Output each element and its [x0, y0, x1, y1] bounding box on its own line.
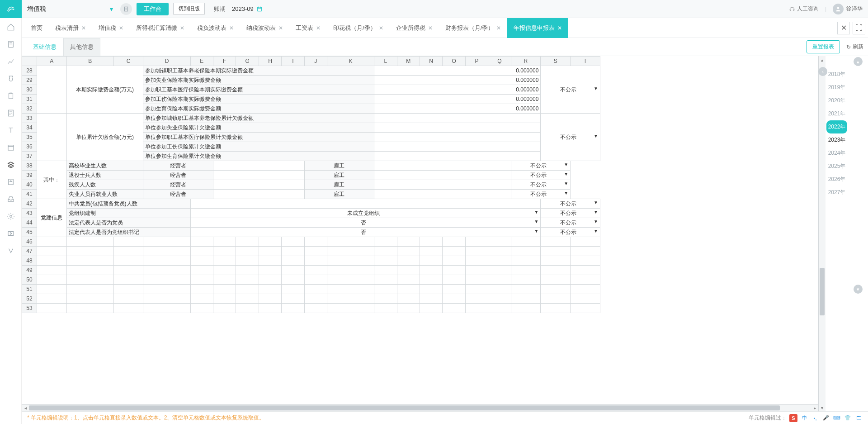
- cell[interactable]: [37, 304, 66, 313]
- cell[interactable]: [143, 294, 190, 304]
- row-header[interactable]: 49: [22, 266, 37, 275]
- row-header[interactable]: 34: [22, 123, 37, 133]
- cell[interactable]: [397, 275, 420, 285]
- cell[interactable]: 参加职工基本医疗保险本期实际缴费金额: [143, 85, 374, 95]
- cell[interactable]: [374, 152, 541, 161]
- cell[interactable]: [37, 275, 66, 285]
- tab-item[interactable]: 纳税波动表✕: [240, 18, 289, 38]
- cell[interactable]: 雇工: [304, 161, 374, 171]
- cell[interactable]: [304, 266, 327, 275]
- column-header[interactable]: T: [571, 57, 600, 66]
- tab-item[interactable]: 增值税✕: [92, 18, 130, 38]
- cell[interactable]: [420, 266, 442, 275]
- cell[interactable]: 0.000000: [374, 95, 541, 104]
- cell[interactable]: [66, 256, 113, 266]
- refresh-button[interactable]: ↻ 刷新: [846, 43, 863, 51]
- row-header[interactable]: 51: [22, 285, 37, 294]
- cell[interactable]: [443, 294, 465, 304]
- year-item[interactable]: 2026年: [826, 173, 848, 186]
- year-item[interactable]: 2022年: [826, 120, 847, 133]
- cell[interactable]: [397, 304, 420, 313]
- cell[interactable]: [236, 294, 259, 304]
- cell[interactable]: [374, 123, 541, 133]
- column-header[interactable]: K: [327, 57, 374, 66]
- cell[interactable]: [304, 294, 327, 304]
- nav-v-icon[interactable]: [0, 243, 22, 259]
- tab-item[interactable]: 财务报表（月/季）✕: [439, 18, 508, 38]
- close-icon[interactable]: ✕: [316, 25, 321, 31]
- row-header[interactable]: 42: [22, 199, 37, 209]
- cell[interactable]: 参加工伤保险本期实际缴费金额: [143, 95, 374, 104]
- cell[interactable]: 失业人员再就业人数: [66, 190, 143, 199]
- cell[interactable]: 法定代表人是否为党组织书记: [66, 228, 190, 237]
- cell[interactable]: [374, 266, 397, 275]
- cell[interactable]: [259, 266, 281, 275]
- tab-item[interactable]: 税表清册✕: [49, 18, 92, 38]
- scroll-left-icon[interactable]: ◂: [22, 405, 29, 411]
- cell[interactable]: 残疾人人数: [66, 180, 143, 190]
- nav-settings-icon[interactable]: [0, 208, 22, 224]
- tab-item[interactable]: 所得税汇算清缴✕: [130, 18, 191, 38]
- row-header[interactable]: 39: [22, 171, 37, 180]
- cell[interactable]: [571, 247, 600, 256]
- module-dropdown[interactable]: 增值税 ▾: [27, 5, 113, 13]
- nav-video-icon[interactable]: [0, 225, 22, 242]
- cell[interactable]: [488, 275, 511, 285]
- cell[interactable]: [374, 180, 511, 190]
- nav-money-icon[interactable]: [0, 71, 22, 87]
- ime-s-icon[interactable]: S: [789, 414, 797, 422]
- row-header[interactable]: 36: [22, 142, 37, 152]
- column-header[interactable]: J: [304, 57, 327, 66]
- row-header[interactable]: 31: [22, 95, 37, 104]
- cell[interactable]: [282, 294, 304, 304]
- cell[interactable]: [465, 294, 488, 304]
- year-item[interactable]: 2024年: [826, 147, 848, 160]
- nav-calendar-icon[interactable]: [0, 139, 22, 156]
- cell[interactable]: [282, 266, 304, 275]
- ime-zh-icon[interactable]: 中: [800, 414, 808, 422]
- cell[interactable]: [327, 304, 374, 313]
- nav-calc-icon[interactable]: [0, 105, 22, 121]
- year-item[interactable]: 2018年: [826, 68, 848, 81]
- reset-button[interactable]: 重置报表: [807, 40, 840, 53]
- cell[interactable]: [282, 237, 304, 247]
- cell[interactable]: 0.000000: [374, 85, 541, 95]
- cell[interactable]: [236, 256, 259, 266]
- cell[interactable]: [213, 275, 236, 285]
- column-header[interactable]: F: [213, 57, 236, 66]
- consult-link[interactable]: 人工咨询: [789, 5, 819, 13]
- cell[interactable]: [374, 171, 511, 180]
- cell[interactable]: [37, 66, 66, 114]
- cell[interactable]: [143, 275, 190, 285]
- cell[interactable]: 参加失业保险本期实际缴费金额: [143, 76, 374, 85]
- row-header[interactable]: 46: [22, 237, 37, 247]
- close-icon[interactable]: ✕: [278, 25, 283, 31]
- cell[interactable]: 不公示▼: [541, 66, 600, 114]
- cell[interactable]: [488, 294, 511, 304]
- close-icon[interactable]: ✕: [229, 25, 234, 31]
- cell[interactable]: [282, 256, 304, 266]
- cell[interactable]: [143, 304, 190, 313]
- cell[interactable]: [488, 266, 511, 275]
- cell[interactable]: [304, 237, 327, 247]
- cell[interactable]: [420, 304, 442, 313]
- row-header[interactable]: 52: [22, 294, 37, 304]
- cell[interactable]: [541, 275, 571, 285]
- cell[interactable]: [259, 237, 281, 247]
- cell[interactable]: 参加生育保险本期实际缴费金额: [143, 104, 374, 114]
- cell[interactable]: [374, 142, 541, 152]
- column-header[interactable]: S: [541, 57, 571, 66]
- cell[interactable]: [374, 285, 397, 294]
- column-header[interactable]: I: [282, 57, 304, 66]
- cell[interactable]: [420, 285, 442, 294]
- cell[interactable]: [327, 247, 374, 256]
- cell[interactable]: [511, 256, 541, 266]
- tab-expand[interactable]: ⛶: [853, 22, 865, 34]
- cell[interactable]: 单位参加工伤保险累计欠缴金额: [143, 142, 374, 152]
- cell[interactable]: 雇工: [304, 180, 374, 190]
- cell[interactable]: [213, 256, 236, 266]
- cell[interactable]: [465, 304, 488, 313]
- cell[interactable]: [443, 304, 465, 313]
- cell[interactable]: [143, 247, 190, 256]
- scroll-right-icon[interactable]: ▸: [811, 405, 818, 411]
